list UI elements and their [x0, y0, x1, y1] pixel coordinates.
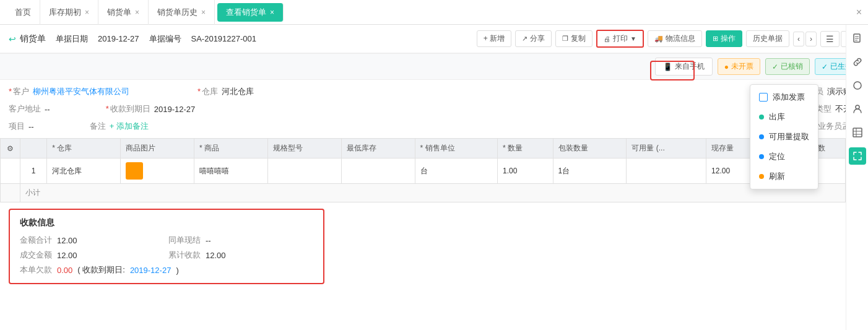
- col-pack-qty: 包装数量: [553, 139, 627, 158]
- owed-value: 0.00: [57, 266, 72, 275]
- tab-sales-history[interactable]: 销货单历史 ×: [149, 0, 215, 25]
- project-label: 项目: [9, 121, 25, 132]
- close-all-tabs-button[interactable]: ×: [856, 7, 862, 18]
- sidebar-person-icon[interactable]: [849, 100, 866, 118]
- cumulative-item: 累计收款 12.00: [168, 250, 313, 261]
- share-button[interactable]: ↗ 分享: [515, 30, 552, 47]
- add-remark-icon: +: [110, 121, 115, 131]
- copy-icon: ❐: [562, 35, 568, 43]
- svg-point-4: [854, 82, 861, 89]
- address-value: --: [45, 105, 50, 114]
- row-sales-unit-cell: 台: [415, 158, 497, 184]
- deal-amount-item: 成交金额 12.00: [20, 250, 165, 261]
- tab-close-sales-order[interactable]: ×: [135, 8, 139, 17]
- sidebar-expand-icon[interactable]: [849, 147, 866, 165]
- tab-view-sales[interactable]: 查看销货单 ×: [217, 3, 284, 22]
- project-value: --: [28, 122, 34, 131]
- tab-home[interactable]: 首页: [6, 0, 40, 25]
- cumulative-label: 累计收款: [168, 250, 201, 261]
- history-button[interactable]: 历史单据: [746, 30, 789, 47]
- logistics-button[interactable]: 🚚 物流信息: [648, 30, 702, 47]
- deal-amount-value: 12.00: [57, 251, 77, 260]
- warehouse-field: 仓库 河北仓库: [197, 86, 254, 97]
- subtotal-label-cell: 小计: [20, 184, 846, 202]
- tab-close-sales-history[interactable]: ×: [201, 8, 206, 17]
- warehouse-value: 河北仓库: [222, 86, 254, 97]
- list-view-button[interactable]: ☰: [820, 31, 840, 47]
- table-row: 1 河北仓库 嘻嘻嘻嘻 台 1.00 1台 12.00 0.: [1, 158, 846, 184]
- nav-arrows: ‹ ›: [793, 32, 817, 46]
- sidebar-link-icon[interactable]: [849, 53, 866, 71]
- actions-icon: ⊞: [713, 35, 718, 43]
- row-warehouse-cell: 河北仓库: [47, 158, 121, 184]
- amount-item: 金额合计 12.00: [20, 235, 165, 246]
- toolbar: + 新增 ↗ 分享 ❐ 复制 🖨 打印 ▼ 🚚 物流信: [477, 30, 859, 48]
- product-image: [126, 162, 143, 180]
- dropdown-out-stock[interactable]: 出库: [750, 107, 818, 127]
- tab-sales-order[interactable]: 销货单 ×: [98, 0, 149, 25]
- doc-header: ↩ 销货单 单据日期 2019-12-27 单据编号 SA-20191227-0…: [0, 25, 868, 53]
- out-stock-dot: [759, 115, 764, 119]
- doc-type-icon: ↩: [9, 34, 16, 44]
- print-button[interactable]: 🖨 打印 ▼: [596, 30, 644, 48]
- main-content: ↩ 销货单 单据日期 2019-12-27 单据编号 SA-20191227-0…: [0, 25, 868, 330]
- effective-icon: ✓: [822, 63, 828, 71]
- share-icon: ↗: [522, 35, 527, 43]
- row-spec-cell: [267, 158, 341, 184]
- sidebar-circle-icon[interactable]: [849, 77, 866, 94]
- cumulative-value: 12.00: [206, 251, 226, 260]
- prev-button[interactable]: ‹: [793, 32, 804, 46]
- owed-note: ( 收款到期日:: [77, 264, 125, 276]
- add-invoice-icon: [759, 93, 768, 102]
- print-dropdown-arrow: ▼: [630, 35, 636, 42]
- dropdown-available-qty[interactable]: 可用量提取: [750, 127, 818, 147]
- doc-title: ↩ 销货单: [9, 33, 46, 45]
- copy-button[interactable]: ❐ 复制: [555, 30, 592, 47]
- amount-value: 12.00: [57, 236, 77, 245]
- tab-inventory-init[interactable]: 库存期初 ×: [40, 0, 98, 25]
- from-phone-button[interactable]: 📱 来自手机: [655, 58, 713, 76]
- col-sales-unit: * 销售单位: [415, 139, 497, 158]
- remark-field: 备注 + 添加备注: [90, 121, 149, 132]
- next-button[interactable]: ›: [805, 32, 817, 46]
- available-qty-dot: [759, 134, 764, 139]
- add-remark-button[interactable]: + 添加备注: [110, 121, 149, 132]
- location-dot: [759, 154, 764, 159]
- print-icon: 🖨: [604, 35, 610, 43]
- tab-close-view-sales[interactable]: ×: [270, 8, 274, 17]
- form-row-3: 项目 -- 备注 + 添加备注 业务员孟 --: [9, 121, 859, 132]
- due-date-value: 2019-12-27: [154, 105, 196, 114]
- customer-field: 客户 柳州粤港平安气体有限公司: [9, 86, 129, 97]
- dropdown-location[interactable]: 定位: [750, 147, 818, 167]
- dropdown-refresh[interactable]: 刷新: [750, 167, 818, 186]
- row-quantity-cell: 1.00: [498, 158, 553, 184]
- tab-close-inventory-init[interactable]: ×: [85, 8, 89, 17]
- actions-button[interactable]: ⊞ 操作: [706, 30, 742, 47]
- warehouse-label: 仓库: [197, 86, 218, 97]
- not-open-badge[interactable]: ● 未开票: [718, 58, 760, 75]
- amount-label: 金额合计: [20, 235, 52, 246]
- subtotal-settings-cell: [1, 184, 20, 202]
- same-order-item: 同单现结 --: [168, 235, 313, 246]
- svg-rect-6: [853, 128, 862, 137]
- logistics-icon: 🚚: [654, 35, 663, 43]
- col-product: * 商品: [194, 139, 267, 158]
- col-quantity: * 数量: [498, 139, 553, 158]
- operations-dropdown: 添加发票 出库 可用量提取 定位 刷新: [750, 84, 818, 189]
- items-table: ⚙ * 仓库 商品图片 * 商品 规格型号 最低库存 * 销售单位 * 数量 包…: [0, 138, 846, 202]
- tab-bar: 首页 库存期初 × 销货单 × 销货单历史 × 查看销货单 × ×: [0, 0, 868, 25]
- new-button[interactable]: + 新增: [477, 30, 511, 47]
- col-settings: ⚙: [1, 139, 20, 158]
- customer-value[interactable]: 柳州粤港平安气体有限公司: [33, 86, 129, 97]
- confirm-btn[interactable]: ✓ 已核销: [765, 58, 810, 75]
- customer-label: 客户: [9, 86, 29, 97]
- sidebar-table-icon[interactable]: [849, 124, 866, 141]
- owed-note-end: ): [176, 266, 178, 275]
- row-pack-qty-cell: 1台: [553, 158, 627, 184]
- col-spec: 规格型号: [267, 139, 341, 158]
- action-bar: 📱 来自手机 ● 未开票 ✓ 已核销 ✓ 已生效: [0, 53, 868, 80]
- row-index-cell: 1: [20, 158, 47, 184]
- sidebar-document-icon[interactable]: [849, 30, 866, 47]
- svg-point-5: [856, 105, 859, 109]
- dropdown-add-invoice[interactable]: 添加发票: [750, 87, 818, 107]
